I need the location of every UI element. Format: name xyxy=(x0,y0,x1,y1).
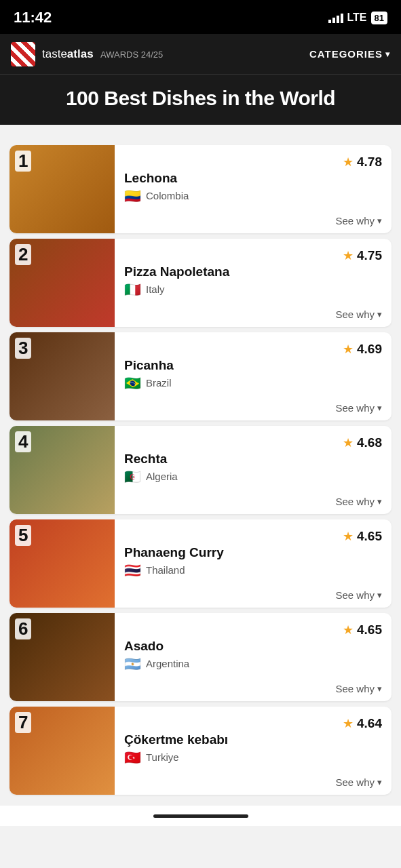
country-flag: 🇨🇴 xyxy=(124,189,141,203)
dish-name: Lechona xyxy=(124,171,382,186)
status-time: 11:42 xyxy=(14,9,52,26)
dish-score: 4.69 xyxy=(357,342,382,357)
dish-info: ★ 4.64 Çökertme kebabı 🇹🇷 Turkiye See wh… xyxy=(115,707,392,795)
dish-name: Pizza Napoletana xyxy=(124,264,382,280)
dish-score-row: ★ 4.65 xyxy=(124,623,382,637)
dish-card: 1 ★ 4.78 Lechona 🇨🇴 Colombia See why ▾ xyxy=(9,145,392,233)
nav-awards: AWARDS 24/25 xyxy=(100,50,163,60)
dish-card: 4 ★ 4.68 Rechta 🇩🇿 Algeria See why ▾ xyxy=(9,426,392,514)
country-name: Colombia xyxy=(146,190,189,201)
logo-icon xyxy=(11,42,35,66)
dish-card: 5 ★ 4.65 Phanaeng Curry 🇹🇭 Thailand See … xyxy=(9,519,392,608)
dish-score: 4.78 xyxy=(357,155,382,170)
see-why-label: See why xyxy=(335,589,375,601)
country-name: Algeria xyxy=(146,471,178,482)
chevron-down-icon: ▾ xyxy=(377,590,382,600)
see-why-button[interactable]: See why ▾ xyxy=(124,215,382,226)
categories-button[interactable]: CATEGORIES ▾ xyxy=(309,48,390,60)
star-icon: ★ xyxy=(343,155,354,170)
dish-score-row: ★ 4.65 xyxy=(124,529,382,544)
dish-card: 3 ★ 4.69 Picanha 🇧🇷 Brazil See why ▾ xyxy=(9,332,392,420)
chevron-down-icon: ▾ xyxy=(377,684,382,694)
dish-rank-img: 1 xyxy=(9,145,115,233)
country-name: Thailand xyxy=(146,564,185,576)
logo-text: tasteatlas AWARDS 24/25 xyxy=(42,47,163,61)
logo-atlas: atlas xyxy=(67,47,94,60)
see-why-button[interactable]: See why ▾ xyxy=(124,683,382,694)
dish-rank-img: 2 xyxy=(9,239,115,327)
home-indicator xyxy=(153,814,248,818)
see-why-label: See why xyxy=(335,215,375,226)
dish-rank: 4 xyxy=(15,431,31,452)
see-why-button[interactable]: See why ▾ xyxy=(124,589,382,601)
dish-rank: 3 xyxy=(15,338,31,359)
chevron-down-icon: ▾ xyxy=(377,216,382,226)
see-why-label: See why xyxy=(335,402,375,414)
dish-rank-img: 4 xyxy=(9,426,115,514)
star-icon: ★ xyxy=(343,248,354,263)
star-icon: ★ xyxy=(343,435,354,450)
dish-rank-img: 5 xyxy=(9,519,115,608)
dish-rank: 1 xyxy=(15,151,31,172)
scroll-hint xyxy=(0,125,401,134)
country-flag: 🇹🇭 xyxy=(124,564,141,577)
chevron-down-icon: ▾ xyxy=(377,403,382,413)
dish-country: 🇦🇷 Argentina xyxy=(124,657,382,671)
dish-info: ★ 4.78 Lechona 🇨🇴 Colombia See why ▾ xyxy=(115,145,392,233)
chevron-down-icon: ▾ xyxy=(377,309,382,319)
country-name: Turkiye xyxy=(146,751,179,763)
dish-score-row: ★ 4.68 xyxy=(124,435,382,450)
nav-bar: tasteatlas AWARDS 24/25 CATEGORIES ▾ xyxy=(0,34,401,75)
battery-badge: 81 xyxy=(371,12,387,24)
dish-name: Asado xyxy=(124,639,382,654)
dish-score-row: ★ 4.78 xyxy=(124,155,382,170)
country-flag: 🇮🇹 xyxy=(124,283,141,296)
see-why-button[interactable]: See why ▾ xyxy=(124,776,382,788)
dish-rank: 5 xyxy=(15,525,31,546)
status-bar: 11:42 LTE 81 xyxy=(0,0,401,34)
lte-label: LTE xyxy=(347,12,367,24)
dish-score-row: ★ 4.64 xyxy=(124,716,382,731)
categories-label: CATEGORIES xyxy=(309,48,383,60)
dish-info: ★ 4.65 Asado 🇦🇷 Argentina See why ▾ xyxy=(115,613,392,701)
dish-rank: 2 xyxy=(15,244,31,265)
chevron-down-icon: ▾ xyxy=(377,777,382,787)
country-name: Brazil xyxy=(146,377,172,389)
dish-country: 🇮🇹 Italy xyxy=(124,283,382,296)
see-why-button[interactable]: See why ▾ xyxy=(124,309,382,320)
see-why-button[interactable]: See why ▾ xyxy=(124,496,382,507)
see-why-button[interactable]: See why ▾ xyxy=(124,402,382,414)
country-flag: 🇧🇷 xyxy=(124,376,141,390)
see-why-label: See why xyxy=(335,683,375,694)
bottom-bar xyxy=(0,806,401,826)
see-why-label: See why xyxy=(335,309,375,320)
dish-score: 4.65 xyxy=(357,623,382,637)
dish-list: 1 ★ 4.78 Lechona 🇨🇴 Colombia See why ▾ xyxy=(0,134,401,806)
dish-country: 🇩🇿 Algeria xyxy=(124,470,382,484)
dish-name: Picanha xyxy=(124,358,382,374)
see-why-label: See why xyxy=(335,496,375,507)
chevron-down-icon: ▾ xyxy=(385,50,390,59)
nav-logo: tasteatlas AWARDS 24/25 xyxy=(11,42,163,66)
dish-rank-img: 6 xyxy=(9,613,115,701)
dish-info: ★ 4.75 Pizza Napoletana 🇮🇹 Italy See why… xyxy=(115,239,392,327)
country-name: Italy xyxy=(146,283,165,295)
dish-name: Phanaeng Curry xyxy=(124,545,382,561)
dish-name: Çökertme kebabı xyxy=(124,732,382,748)
dish-name: Rechta xyxy=(124,452,382,467)
dish-card: 2 ★ 4.75 Pizza Napoletana 🇮🇹 Italy See w… xyxy=(9,239,392,327)
dish-score-row: ★ 4.69 xyxy=(124,342,382,357)
country-flag: 🇦🇷 xyxy=(124,657,141,671)
dish-country: 🇹🇭 Thailand xyxy=(124,564,382,577)
logo-taste: taste xyxy=(42,47,67,60)
signal-icon xyxy=(328,12,343,23)
dish-rank: 6 xyxy=(15,618,31,639)
status-right: LTE 81 xyxy=(328,12,388,24)
star-icon: ★ xyxy=(343,529,354,544)
star-icon: ★ xyxy=(343,623,354,637)
dish-rank-img: 7 xyxy=(9,707,115,795)
dish-score: 4.64 xyxy=(357,716,382,731)
star-icon: ★ xyxy=(343,342,354,357)
dish-country: 🇨🇴 Colombia xyxy=(124,189,382,203)
star-icon: ★ xyxy=(343,716,354,731)
